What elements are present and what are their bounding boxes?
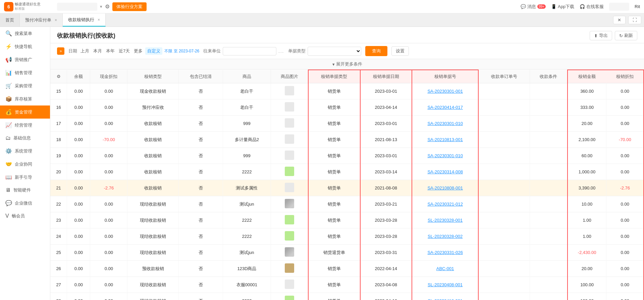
writeoff-no-cell[interactable]: SA-20230414-017	[412, 99, 479, 116]
goods-img-cell	[271, 116, 309, 132]
writeoff-no-cell[interactable]: SA-20210813-001	[412, 132, 479, 148]
writeoff-no-cell[interactable]: SA-20230314-008	[412, 164, 479, 180]
close-tab-button[interactable]: ✕	[613, 16, 626, 24]
sidebar-item-operations[interactable]: 📈 经营管理	[0, 119, 50, 132]
writeoff-discount-cell: 0.00	[606, 164, 644, 180]
sidebar-item-finance[interactable]: 💰 资金管理	[0, 105, 50, 119]
writeoff-no-link[interactable]: SL-20230408-001	[428, 282, 463, 287]
notification-item[interactable]: 💬 消息 99+	[521, 4, 546, 10]
writeoff-amount-cell: 10.00	[568, 196, 606, 212]
sidebar-item-marketing[interactable]: 📢 营销推广	[0, 53, 50, 66]
receipt-condition-cell	[530, 148, 568, 164]
custom-btn[interactable]: 自定义	[145, 47, 162, 55]
expand-filter-button[interactable]: »	[57, 47, 64, 55]
writeoff-no-cell[interactable]: SA-20210808-001	[412, 180, 479, 196]
writeoff-no-link[interactable]: SL-20230328-002	[428, 234, 463, 239]
writeoff-no-link[interactable]: SA-20230414-017	[427, 105, 463, 110]
row-id: 24	[50, 228, 67, 245]
prepay-tab-close[interactable]: ×	[55, 18, 57, 23]
writeoff-type-cell: 现结收款核销	[127, 293, 179, 300]
writeoff-no-link[interactable]: ABC-001	[436, 266, 454, 271]
fullscreen-button[interactable]: ⛶	[628, 16, 641, 24]
more-btn[interactable]: 更多	[132, 47, 144, 55]
writeoff-no-cell[interactable]: SL-20230408-001	[412, 277, 479, 293]
receipt-condition-cell	[530, 293, 568, 300]
this-month-btn[interactable]: 本月	[92, 47, 103, 55]
writeoff-tab-close[interactable]: ×	[98, 17, 100, 22]
row-id: 18	[50, 132, 67, 148]
writeoff-no-cell[interactable]: ABC-001	[412, 261, 479, 277]
column-settings-button[interactable]: 设置	[391, 46, 409, 56]
writeoff-no-cell[interactable]: SA-20230331-026	[412, 245, 479, 261]
sidebar-item-basicinfo[interactable]: 🗂 基础信息	[0, 132, 50, 144]
writeoff-no-link[interactable]: SA-20230301-001	[427, 89, 463, 94]
sidebar-item-search[interactable]: 🔍 搜索菜单	[0, 27, 50, 40]
writeoff-no-cell[interactable]: SA-20230321-012	[412, 196, 479, 212]
sidebar-item-wechat[interactable]: 💬 企业微信	[0, 197, 50, 210]
sidebar-item-quicknav[interactable]: ⚡ 快捷导航	[0, 40, 50, 53]
user-avatar[interactable]	[609, 3, 629, 11]
solution-button[interactable]: 体验行业方案	[112, 2, 147, 11]
th-settings[interactable]: ⚙	[50, 70, 67, 83]
writeoff-no-cell[interactable]: SL-20230328-002	[412, 228, 479, 245]
balance-cell: 0.00	[67, 228, 90, 245]
writeoff-discount-cell: 0.00	[606, 99, 644, 116]
receipt-order-no-cell	[478, 277, 530, 293]
receipt-order-no-cell	[478, 132, 530, 148]
writeoff-no-link[interactable]: SA-20230301-010	[427, 153, 463, 158]
table-header-row: ⚙ 余额 现金折扣 核销类型 包含已结清 商品 商品图片 核销单据类型 核销单据…	[50, 70, 644, 83]
sidebar-item-purchase[interactable]: 🛒 采购管理	[0, 79, 50, 92]
export-button[interactable]: ⬆ 导出	[590, 31, 612, 40]
goods-thumbnail	[285, 199, 294, 208]
writeoff-date-cell: 2023-04-18	[360, 293, 412, 300]
writeoff-no-link[interactable]: SA-20210808-001	[427, 185, 463, 190]
balance-cell: 0.00	[67, 132, 90, 148]
sidebar-item-hardware[interactable]: 🖥 智能硬件	[0, 184, 50, 197]
counterparty-input[interactable]	[223, 47, 276, 55]
settings-icon[interactable]: ⚙	[105, 3, 110, 10]
goods-thumbnail	[285, 263, 294, 273]
writeoff-no-link[interactable]: SA-20210813-001	[427, 137, 463, 142]
operations-icon: 📈	[5, 122, 12, 128]
expand-more-button[interactable]: ▾ 展开更多条件	[332, 61, 362, 67]
writeoff-type-cell: 收款核销	[127, 132, 179, 148]
tab-bar-actions: ✕ ⛶	[613, 13, 644, 27]
writeoff-no-link[interactable]: SA-20230331-026	[427, 250, 463, 255]
writeoff-no-cell[interactable]: SA-20230301-001	[412, 83, 479, 99]
query-button[interactable]: 查询	[365, 46, 387, 56]
tab-writeoff[interactable]: 收款核销执行 ×	[63, 13, 106, 27]
online-service-item[interactable]: 🎧 在线客服	[580, 4, 604, 10]
sidebar-item-member[interactable]: V 畅会员	[0, 210, 50, 222]
app-download-item[interactable]: 📱 App下载	[551, 4, 574, 10]
chevron-down-icon[interactable]: ▾	[100, 4, 102, 9]
writeoff-no-cell[interactable]: SL-20230418-001	[412, 293, 479, 300]
refresh-button[interactable]: ↻ 刷新	[615, 31, 637, 40]
writeoff-no-cell[interactable]: SA-20230301-010	[412, 116, 479, 132]
tab-prepay[interactable]: 预付冲应付单 ×	[20, 13, 63, 27]
table-row: 280.000.00现结收款核销否2222销货单2023-04-18SL-202…	[50, 293, 644, 300]
sidebar-item-sales[interactable]: 📊 销售管理	[0, 66, 50, 79]
writeoff-voucher-type-cell: 销货单	[308, 132, 360, 148]
company-selector[interactable]	[57, 3, 97, 11]
writeoff-no-link[interactable]: SL-20230418-001	[428, 298, 463, 300]
writeoff-no-link[interactable]: SA-20230321-012	[427, 202, 463, 207]
prev-month-btn[interactable]: 上月	[79, 47, 91, 55]
voucher-type-select[interactable]	[308, 47, 361, 56]
sidebar-item-guide[interactable]: 📖 新手引导	[0, 171, 50, 184]
this-year-btn[interactable]: 本年	[105, 47, 116, 55]
goods-img-cell	[271, 148, 309, 164]
tab-home[interactable]: 首页	[0, 13, 20, 27]
writeoff-type-cell: 收款核销	[127, 116, 179, 132]
writeoff-no-link[interactable]: SL-20230328-001	[428, 218, 463, 223]
recent7-btn[interactable]: 近7天	[117, 47, 131, 55]
writeoff-no-cell[interactable]: SA-20230301-010	[412, 148, 479, 164]
goods-cell: 2222	[223, 212, 271, 228]
sidebar-item-collab[interactable]: 🤝 企业协同	[0, 158, 50, 171]
writeoff-no-link[interactable]: SA-20230301-010	[427, 121, 463, 126]
writeoff-no-cell[interactable]: SL-20230328-001	[412, 212, 479, 228]
sidebar: 🔍 搜索菜单 ⚡ 快捷导航 📢 营销推广 📊 销售管理 🛒 采购管理 📦 库存核…	[0, 27, 50, 300]
sidebar-item-system[interactable]: ⚙️ 系统管理	[0, 144, 50, 158]
sidebar-label-quicknav: 快捷导航	[15, 44, 32, 50]
sidebar-item-inventory[interactable]: 📦 库存核算	[0, 92, 50, 105]
writeoff-no-link[interactable]: SA-20230314-008	[427, 169, 463, 174]
